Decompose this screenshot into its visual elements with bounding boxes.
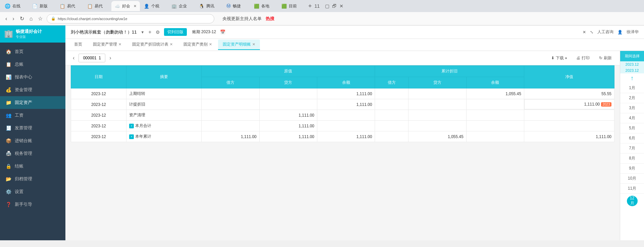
period-month-6[interactable]: 6月: [620, 133, 644, 143]
tab-depreciation-stats[interactable]: 固定资产折旧统计表 ✕: [127, 40, 177, 50]
switch-to-old-version-button[interactable]: 切到旧版: [164, 28, 187, 36]
lock-icon: 🔒: [51, 16, 56, 21]
forward-button[interactable]: ›: [11, 14, 15, 23]
sidebar-item-guide[interactable]: ❓ 新手引导: [0, 198, 65, 211]
cell-accum-balance: [466, 110, 524, 121]
ledger-table-wrap: 日期 摘要 原值 累计折旧 净值 借方 贷方 余额 借方: [65, 65, 620, 147]
expand-icon[interactable]: ⤡: [590, 30, 593, 35]
sidebar-item-archive[interactable]: 📂 归档管理: [0, 173, 65, 185]
browser-tab-tengxun[interactable]: 🐧 腾讯: [196, 1, 222, 11]
browser-tab-muqian[interactable]: 🟩 目前: [278, 1, 305, 11]
browser-tab-online[interactable]: 🌐 在线: [1, 1, 28, 11]
sidebar-item-home[interactable]: 🏠 首页: [0, 45, 65, 58]
cell-accum-debit: [375, 110, 409, 121]
tab-fixed-assets-mgmt-label: 固定资产管理: [93, 42, 117, 47]
period-month-12[interactable]: 12月: [627, 196, 638, 206]
sidebar-item-settings[interactable]: ⚙️ 设置: [0, 185, 65, 198]
minimize-panel-icon[interactable]: ✕: [583, 30, 586, 35]
period-month-4[interactable]: 4月: [620, 113, 644, 123]
sidebar-item-report[interactable]: 📊 报表中心: [0, 71, 65, 83]
period-month-11[interactable]: 11月: [620, 184, 644, 194]
browser-tab-qiye[interactable]: 🏢 企业: [168, 1, 195, 11]
browser-tab-yidai2[interactable]: 📋 易代: [84, 1, 111, 11]
home-icon: 🏠: [5, 49, 11, 55]
address-bar: ‹ › ↻ ⌂ ☆ 🔒 https://cloud.chanjet.com/ac…: [0, 12, 644, 25]
tab-close-detail-ledger[interactable]: ✕: [252, 42, 255, 47]
settings-small-button[interactable]: ⚙: [156, 29, 160, 35]
tab-label-new: 新版: [40, 3, 48, 9]
browser-tab-gedi[interactable]: 🟩 各地: [251, 1, 277, 11]
reload-button[interactable]: ↻: [18, 14, 25, 23]
prev-page-button[interactable]: ‹: [71, 54, 76, 62]
cell-net-value: 1,111.00 2023: [524, 99, 614, 109]
tab-settings-button[interactable]: 11: [315, 3, 320, 9]
browser-tab-geshui[interactable]: 👤 个税: [141, 1, 167, 11]
sidebar-item-invoice[interactable]: 🧾 发票管理: [0, 122, 65, 134]
bookmark-button[interactable]: ☆: [37, 14, 44, 23]
tab-detail-ledger[interactable]: 固定资产明细账 ✕: [218, 40, 260, 50]
human-service-button[interactable]: 人工咨询: [597, 29, 613, 35]
dropdown-arrow-icon[interactable]: ▼: [141, 30, 144, 34]
refresh-button[interactable]: ↻ 刷新: [596, 54, 614, 62]
tab-category[interactable]: 固定资产类别 ✕: [179, 40, 217, 50]
address-input[interactable]: 🔒 https://cloud.chanjet.com/accounting/u…: [47, 14, 214, 23]
sidebar-item-close[interactable]: 🔒 结账: [0, 160, 65, 173]
period-month-8[interactable]: 8月: [620, 153, 644, 164]
calendar-icon[interactable]: 📅: [220, 29, 225, 35]
print-button[interactable]: 🖨 打印: [574, 54, 592, 62]
tab-homepage[interactable]: 首页: [69, 40, 87, 50]
period-month-9[interactable]: 9月: [620, 164, 644, 174]
sidebar-item-salary[interactable]: 👥 工资: [0, 109, 65, 122]
tab-fixed-assets-mgmt[interactable]: 固定资产管理 ✕: [88, 40, 126, 50]
sidebar-item-fixed-assets[interactable]: 📁 固定资产: [0, 96, 65, 109]
browser-tab-new[interactable]: 📄 新版: [29, 1, 56, 11]
user-avatar[interactable]: 👤: [618, 30, 623, 35]
sidebar-item-guide-label: 新手引导: [15, 201, 32, 207]
tab-close-fixed-assets-mgmt[interactable]: ✕: [118, 42, 121, 47]
period-up-button[interactable]: ↑: [620, 73, 644, 83]
tab-close-depreciation-stats[interactable]: ✕: [170, 42, 173, 47]
tab-label-geshui: 个税: [151, 3, 159, 9]
cell-summary: 计提折旧: [126, 99, 202, 110]
close-window-button[interactable]: ✕: [339, 3, 343, 9]
period-month-3[interactable]: 3月: [620, 103, 644, 113]
minimize-button[interactable]: ▢: [325, 3, 329, 9]
print-icon: 🖨: [576, 56, 580, 60]
maximize-button[interactable]: 🗗: [332, 3, 337, 9]
new-tab-button[interactable]: +: [308, 3, 312, 10]
th-date: 日期: [71, 66, 126, 88]
next-page-button[interactable]: ›: [107, 54, 113, 62]
table-row: 2023-12 + 本月合计 1,111.00: [71, 121, 614, 131]
period-month-7[interactable]: 7月: [620, 143, 644, 153]
browser-tab-haohui[interactable]: ☁️ 好会 ✕: [111, 1, 140, 11]
home-button[interactable]: ⌂: [28, 14, 34, 23]
period-month-2[interactable]: 2月: [620, 93, 644, 103]
tab-close-haohui[interactable]: ✕: [133, 4, 137, 8]
sidebar-item-trade-label: 进销台账: [15, 138, 32, 144]
sidebar-item-cashflow[interactable]: 💰 资金管理: [0, 83, 65, 96]
refresh-icon: ↻: [599, 56, 602, 60]
table-row: 2023-12 上期结转 1,111.00 1,055.45 55.55: [71, 88, 614, 99]
tab-icon-yidai2: 📋: [87, 4, 93, 9]
sidebar-item-tax[interactable]: 🖨️ 税务管理: [0, 147, 65, 160]
download-button[interactable]: ⬇ 下载 ▾: [548, 54, 570, 62]
sidebar-item-ledger[interactable]: 📋 总账: [0, 58, 65, 71]
period-month-1[interactable]: 1月: [620, 83, 644, 93]
sidebar-item-trade[interactable]: 📦 进销台账: [0, 134, 65, 147]
ledger-icon: 📋: [5, 61, 11, 67]
tab-label-gedi: 各地: [261, 3, 269, 9]
cell-date: 2023-12: [71, 99, 126, 110]
th-original-credit: 贷方: [259, 77, 317, 88]
add-account-button[interactable]: +: [148, 29, 151, 35]
page-number-input[interactable]: [78, 54, 105, 62]
cell-net-value: [524, 110, 614, 121]
tab-close-category[interactable]: ✕: [209, 42, 212, 47]
hot-search-label[interactable]: 热搜: [266, 16, 274, 22]
salary-icon: 👥: [5, 112, 11, 118]
tab-icon-gedi: 🟩: [254, 4, 259, 9]
period-month-5[interactable]: 5月: [620, 123, 644, 133]
back-button[interactable]: ‹: [4, 14, 8, 23]
browser-tab-changjie[interactable]: Ⓜ 畅捷: [223, 1, 250, 11]
browser-tab-yidai1[interactable]: 📋 易代: [56, 1, 83, 11]
period-month-10[interactable]: 10月: [620, 174, 644, 184]
